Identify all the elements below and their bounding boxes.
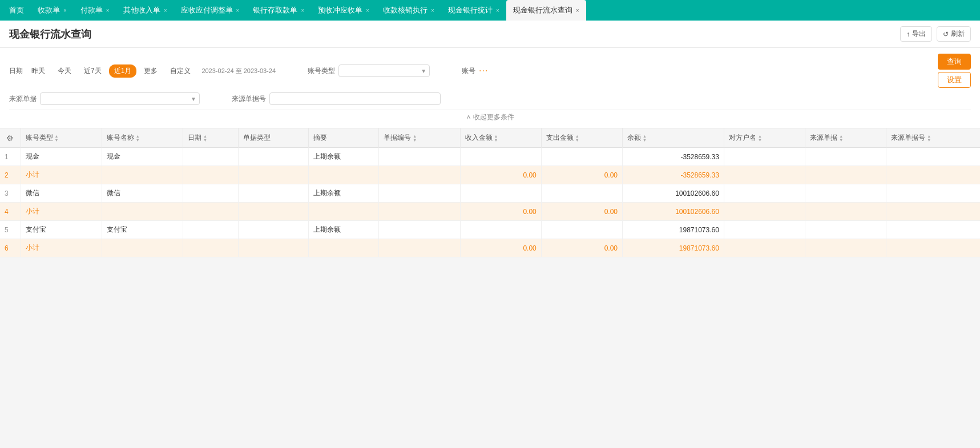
td-source-doc xyxy=(805,148,886,166)
td-source-doc xyxy=(805,166,886,184)
table-row: 3微信微信上期余额100102606.60 xyxy=(0,184,980,203)
refresh-button[interactable]: ↺ 刷新 xyxy=(937,26,971,42)
gear-icon[interactable]: ⚙ xyxy=(6,134,14,143)
source-doc-select[interactable] xyxy=(40,92,200,105)
account-type-select[interactable] xyxy=(338,64,430,77)
td-account-type: 小计 xyxy=(21,239,102,257)
date-btn-7days[interactable]: 近7天 xyxy=(79,64,107,78)
sort-icon: ▲▼ xyxy=(575,134,579,142)
td-account-type: 微信 xyxy=(21,184,102,203)
account-type-filter: 账号类型 ▼ xyxy=(308,64,430,77)
td-income: 0.00 xyxy=(460,166,541,184)
td-source-doc xyxy=(805,184,886,203)
source-doc-num-input[interactable] xyxy=(269,92,441,105)
td-income xyxy=(460,184,541,203)
nav-collection-execute[interactable]: 收款核销执行 × xyxy=(376,0,441,21)
th-expense: 支出金额 ▲▼ xyxy=(541,128,622,148)
td-account-name xyxy=(102,203,183,221)
collapse-bar[interactable]: ∧ 收起更多条件 xyxy=(9,110,971,124)
sort-icon: ▲▼ xyxy=(494,134,498,142)
page-title: 现金银行流水查询 xyxy=(9,27,91,41)
td-account-type: 小计 xyxy=(21,166,102,184)
date-btn-1month[interactable]: 近1月 xyxy=(109,64,137,78)
close-icon[interactable]: × xyxy=(164,7,167,14)
td-expense: 0.00 xyxy=(541,239,622,257)
th-account-name: 账号名称 ▲▼ xyxy=(102,128,183,148)
td-date xyxy=(183,184,238,203)
nav-payment[interactable]: 付款单 × xyxy=(74,0,116,21)
close-icon[interactable]: × xyxy=(106,7,110,14)
td-no: 3 xyxy=(0,184,21,203)
account-filter: 账号 ··· xyxy=(462,66,488,76)
td-doc-no xyxy=(379,239,460,257)
top-navigation: 首页 收款单 × 付款单 × 其他收入单 × 应收应付调整单 × 银行存取款单 … xyxy=(0,0,980,21)
nav-prepay-offset[interactable]: 预收冲应收单 × xyxy=(311,0,376,21)
source-doc-num-label: 来源单据号 xyxy=(232,94,266,104)
table-row: 2小计0.000.00-3528659.33 xyxy=(0,166,980,184)
td-account-name: 支付宝 xyxy=(102,221,183,239)
close-icon[interactable]: × xyxy=(366,7,369,14)
date-btn-custom[interactable]: 自定义 xyxy=(165,64,196,78)
th-gear: ⚙ xyxy=(0,128,21,148)
sort-icon: ▲▼ xyxy=(643,134,647,142)
close-icon[interactable]: × xyxy=(576,7,579,14)
sort-icon: ▲▼ xyxy=(55,134,59,142)
td-no: 6 xyxy=(0,239,21,257)
td-no: 4 xyxy=(0,203,21,221)
table-row: 5支付宝支付宝上期余额19871073.60 xyxy=(0,221,980,239)
nav-cash-bank-flow[interactable]: 现金银行流水查询 × xyxy=(506,0,586,21)
date-btn-yesterday[interactable]: 昨天 xyxy=(26,64,50,78)
td-counterpart xyxy=(724,239,805,257)
td-account-type: 支付宝 xyxy=(21,221,102,239)
td-doc-no xyxy=(379,203,460,221)
source-doc-select-wrapper: ▼ xyxy=(40,92,200,105)
close-icon[interactable]: × xyxy=(496,7,499,14)
td-summary: 上期余额 xyxy=(308,184,378,203)
td-source-doc xyxy=(805,203,886,221)
td-doc-type xyxy=(238,148,308,166)
th-income: 收入金额 ▲▼ xyxy=(460,128,541,148)
date-filter: 日期 昨天 今天 近7天 近1月 更多 自定义 2023-02-24 至 202… xyxy=(9,64,276,78)
nav-bank-deposit[interactable]: 银行存取款单 × xyxy=(246,0,311,21)
td-source-doc-no xyxy=(886,148,980,166)
td-doc-type xyxy=(238,166,308,184)
filter-row-2: 来源单据 ▼ 来源单据号 xyxy=(9,92,971,105)
td-income: 0.00 xyxy=(460,239,541,257)
export-icon: ↑ xyxy=(906,30,910,38)
td-doc-no xyxy=(379,166,460,184)
td-summary: 上期余额 xyxy=(308,221,378,239)
td-income: 0.00 xyxy=(460,203,541,221)
close-icon[interactable]: × xyxy=(431,7,434,14)
td-source-doc xyxy=(805,221,886,239)
th-source-doc: 来源单据 ▲▼ xyxy=(805,128,886,148)
account-dots-button[interactable]: ··· xyxy=(479,66,488,76)
export-button[interactable]: ↑ 导出 xyxy=(900,26,932,42)
close-icon[interactable]: × xyxy=(301,7,304,14)
td-source-doc-no xyxy=(886,184,980,203)
nav-other-income[interactable]: 其他收入单 × xyxy=(116,0,174,21)
nav-home[interactable]: 首页 xyxy=(2,0,31,21)
source-doc-label: 来源单据 xyxy=(9,94,37,104)
query-button[interactable]: 查询 xyxy=(938,54,971,70)
th-source-doc-no: 来源单据号 ▲▼ xyxy=(886,128,980,148)
td-doc-type xyxy=(238,221,308,239)
th-date: 日期 ▲▼ xyxy=(183,128,238,148)
date-btn-today[interactable]: 今天 xyxy=(53,64,76,78)
close-icon[interactable]: × xyxy=(63,7,67,14)
nav-ar-ap-adjust[interactable]: 应收应付调整单 × xyxy=(174,0,247,21)
account-type-label: 账号类型 xyxy=(308,66,335,76)
date-label: 日期 xyxy=(9,66,23,76)
td-summary: 上期余额 xyxy=(308,148,378,166)
settings-button[interactable]: 设置 xyxy=(938,72,971,88)
th-doc-type: 单据类型 xyxy=(238,128,308,148)
close-icon[interactable]: × xyxy=(236,7,240,14)
date-btn-more[interactable]: 更多 xyxy=(139,64,163,78)
td-doc-no xyxy=(379,221,460,239)
sort-icon: ▲▼ xyxy=(136,134,140,142)
source-doc-num-filter: 来源单据号 xyxy=(232,92,441,105)
table-header-row: ⚙ 账号类型 ▲▼ 账号名称 ▲▼ 日期 xyxy=(0,128,980,148)
nav-cash-bank-stats[interactable]: 现金银行统计 × xyxy=(441,0,506,21)
td-counterpart xyxy=(724,148,805,166)
td-account-name: 现金 xyxy=(102,148,183,166)
nav-receipt[interactable]: 收款单 × xyxy=(31,0,74,21)
